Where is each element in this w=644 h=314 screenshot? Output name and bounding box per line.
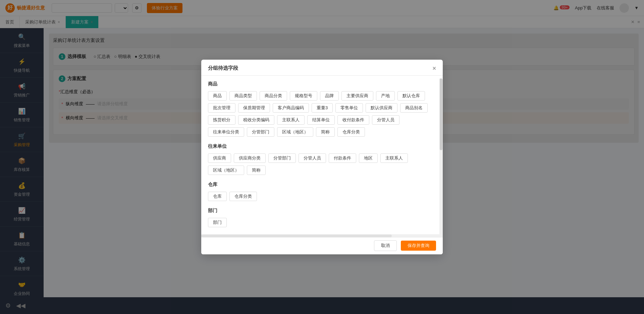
field-tag[interactable]: 结算单位 xyxy=(307,115,335,125)
h-scrollbar-thumb xyxy=(201,235,392,237)
section-department-title: 部门 xyxy=(208,208,436,214)
modal-dialog: 分组待选字段 × 商品 商品 商品类型 商品分类 规格型号 品牌 主要供应商 产… xyxy=(201,60,443,254)
field-tag[interactable]: 零售单位 xyxy=(335,103,363,113)
field-tag[interactable]: 简称 xyxy=(247,166,266,175)
field-tag[interactable]: 付款条件 xyxy=(329,153,356,163)
modal-close-button[interactable]: × xyxy=(432,65,436,71)
field-tag[interactable]: 收付款条件 xyxy=(337,115,369,125)
field-tag[interactable]: 区域（地区） xyxy=(277,127,313,137)
field-tag[interactable]: 主联系人 xyxy=(277,115,305,125)
partner-fields-grid: 供应商 供应商分类 分管部门 分管人员 付款条件 地区 主联系人 区域（地区） … xyxy=(208,153,436,175)
section-partner-title: 往来单位 xyxy=(208,143,436,149)
field-tag[interactable]: 商品类型 xyxy=(229,91,257,101)
field-tag[interactable]: 往来单位分类 xyxy=(208,127,244,137)
department-fields-grid: 部门 xyxy=(208,218,436,227)
field-tag[interactable]: 供应商 xyxy=(208,153,231,163)
field-tag[interactable]: 仓库 xyxy=(208,192,227,201)
field-tag[interactable]: 仓库分类 xyxy=(337,127,365,137)
field-tag[interactable]: 区域（地区） xyxy=(208,166,244,175)
field-tag[interactable]: 拣货积分 xyxy=(208,115,235,125)
cancel-button[interactable]: 取消 xyxy=(374,240,397,251)
field-tag[interactable]: 分管人员 xyxy=(372,115,399,125)
field-tag[interactable]: 分管人员 xyxy=(299,153,326,163)
field-tag[interactable]: 商品 xyxy=(208,91,227,101)
field-tag[interactable]: 产地 xyxy=(376,91,395,101)
scrollbar-thumb xyxy=(440,78,442,150)
section-product: 商品 商品 商品类型 商品分类 规格型号 品牌 主要供应商 产地 默认仓库 批次… xyxy=(208,81,436,137)
field-tag[interactable]: 税收分类编码 xyxy=(238,115,274,125)
field-tag[interactable]: 批次管理 xyxy=(208,103,235,113)
field-tag[interactable]: 商品别名 xyxy=(400,103,428,113)
warehouse-fields-grid: 仓库 仓库分类 xyxy=(208,192,436,201)
section-partner: 往来单位 供应商 供应商分类 分管部门 分管人员 付款条件 地区 主联系人 区域… xyxy=(208,143,436,175)
field-tag[interactable]: 品牌 xyxy=(320,91,339,101)
modal-body[interactable]: 商品 商品 商品类型 商品分类 规格型号 品牌 主要供应商 产地 默认仓库 批次… xyxy=(201,76,443,237)
field-tag[interactable]: 默认仓库 xyxy=(397,91,425,101)
section-department: 部门 部门 xyxy=(208,208,436,227)
field-tag[interactable]: 地区 xyxy=(359,153,378,163)
field-tag[interactable]: 仓库分类 xyxy=(229,192,257,201)
field-tag[interactable]: 默认供应商 xyxy=(366,103,397,113)
h-scrollbar-track[interactable] xyxy=(201,234,439,238)
field-tag[interactable]: 部门 xyxy=(208,218,227,227)
section-warehouse-title: 仓库 xyxy=(208,182,436,188)
field-tag[interactable]: 分管部门 xyxy=(268,153,296,163)
field-tag[interactable]: 简称 xyxy=(316,127,335,137)
modal-title: 分组待选字段 xyxy=(208,65,238,71)
modal-overlay: 分组待选字段 × 商品 商品 商品类型 商品分类 规格型号 品牌 主要供应商 产… xyxy=(0,0,644,314)
field-tag[interactable]: 客户商品编码 xyxy=(273,103,309,113)
field-tag[interactable]: 主联系人 xyxy=(380,153,408,163)
product-fields-grid: 商品 商品类型 商品分类 规格型号 品牌 主要供应商 产地 默认仓库 批次管理 … xyxy=(208,91,436,137)
field-tag[interactable]: 主要供应商 xyxy=(341,91,373,101)
field-tag[interactable]: 商品分类 xyxy=(260,91,287,101)
scrollbar-track[interactable] xyxy=(439,78,443,238)
section-warehouse: 仓库 仓库 仓库分类 xyxy=(208,182,436,201)
modal-header: 分组待选字段 × xyxy=(201,60,443,76)
field-tag[interactable]: 重量3 xyxy=(312,103,333,113)
field-tag[interactable]: 规格型号 xyxy=(290,91,317,101)
section-product-title: 商品 xyxy=(208,81,436,87)
field-tag[interactable]: 供应商分类 xyxy=(234,153,266,163)
field-tag[interactable]: 分管部门 xyxy=(247,127,274,137)
save-button[interactable]: 保存并查询 xyxy=(401,241,436,251)
modal-footer: 取消 保存并查询 xyxy=(201,237,443,254)
field-tag[interactable]: 保质期管理 xyxy=(238,103,270,113)
